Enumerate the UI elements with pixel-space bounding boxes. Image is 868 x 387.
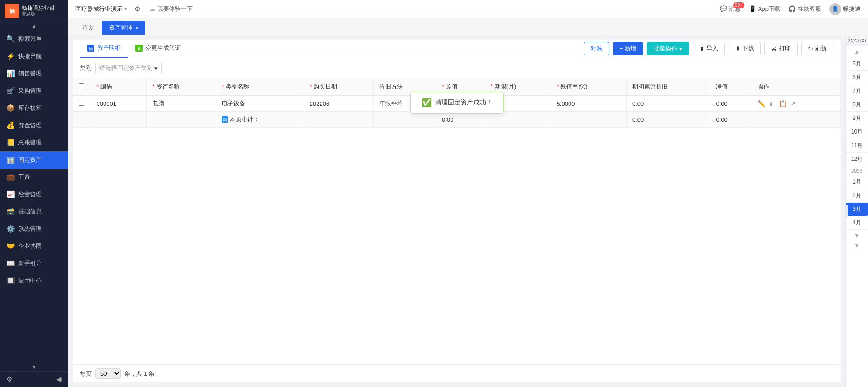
copy-button[interactable]: 📋 bbox=[779, 100, 787, 107]
per-page-select[interactable]: 50 10 20 100 bbox=[95, 368, 121, 379]
sidebar-item-system[interactable]: ⚙️ 系统管理 bbox=[0, 220, 68, 238]
print-button[interactable]: 🖨 打印 bbox=[764, 42, 798, 55]
refresh-button[interactable]: ↻ 刷新 bbox=[801, 42, 833, 55]
refresh-icon: ↻ bbox=[808, 45, 813, 52]
row-category: 电子设备 bbox=[216, 96, 304, 112]
sidebar-item-funds[interactable]: 💰 资金管理 bbox=[0, 117, 68, 134]
page-content: ▤ 资产明细 ≡ 变更生成凭证 对账 + 新增 批量操作 ▾ bbox=[73, 40, 841, 382]
company-selector[interactable]: 医疗器械行业演示 ▾ bbox=[75, 5, 127, 13]
sidebar-item-quick-nav[interactable]: ⚡ 快捷导航 bbox=[0, 48, 68, 65]
ledger-icon: 📒 bbox=[6, 139, 15, 147]
import-button[interactable]: ⬆ 导入 bbox=[693, 42, 725, 55]
user-icon: 👤 bbox=[832, 6, 838, 12]
app-download-button[interactable]: 📱 App下载 bbox=[749, 5, 780, 13]
logo-text: 畅捷通好业财 普及版 bbox=[22, 5, 55, 17]
right-panel: 2023.03 ▲ 5月 6月 7月 8月 9月 10月 11月 12月 202… bbox=[845, 35, 868, 387]
cal-month-8[interactable]: 8月 bbox=[846, 98, 868, 112]
th-residual-rate: 残值率(%) bbox=[551, 78, 626, 96]
sidebar-item-operations[interactable]: 📈 经营管理 bbox=[0, 186, 68, 203]
calendar-scroll-up[interactable]: ▲ bbox=[846, 46, 868, 57]
salary-icon: 💼 bbox=[6, 173, 15, 181]
support-button[interactable]: 🎧 在线客服 bbox=[789, 5, 821, 13]
cal-month-6[interactable]: 6月 bbox=[846, 71, 868, 84]
right-panel-toggle[interactable]: ◀ bbox=[845, 205, 848, 217]
collapse-sidebar-icon[interactable]: ◀ bbox=[56, 375, 62, 383]
calendar-scroll-down[interactable]: ▼ bbox=[846, 230, 868, 241]
cal-month-7[interactable]: 7月 bbox=[846, 84, 868, 98]
success-toast: ✅ 清理固定资产成功！ bbox=[410, 92, 504, 114]
edit-button[interactable]: ✏️ bbox=[758, 100, 765, 107]
guide-icon: 📖 bbox=[6, 259, 15, 268]
topbar-gear-icon[interactable]: ⚙ bbox=[134, 5, 140, 13]
sidebar-item-sales[interactable]: 📊 销售管理 bbox=[0, 65, 68, 82]
new-button[interactable]: + 新增 bbox=[613, 42, 643, 55]
row-checkbox[interactable] bbox=[79, 100, 84, 106]
system-icon: ⚙️ bbox=[6, 225, 15, 233]
row-net-value: 0.00 bbox=[710, 96, 752, 112]
support-icon: 🎧 bbox=[789, 5, 796, 12]
sidebar-scroll-down[interactable]: ▼ bbox=[0, 363, 68, 371]
sidebar-nav: 🔍 搜索菜单 ⚡ 快捷导航 📊 销售管理 🛒 采购管理 📦 库存核算 💰 资金管… bbox=[0, 30, 68, 363]
company-name: 医疗器械行业演示 bbox=[75, 5, 123, 13]
tab-close-icon[interactable]: × bbox=[135, 25, 138, 30]
batch-ops-button[interactable]: 批量操作 ▾ bbox=[647, 42, 689, 55]
sidebar-item-purchase[interactable]: 🛒 采购管理 bbox=[0, 82, 68, 99]
subtotal-initial-depreciation: 0.00 bbox=[626, 112, 710, 128]
funds-icon: 💰 bbox=[6, 121, 15, 129]
cal-month-4[interactable]: 4月 bbox=[846, 216, 868, 230]
sidebar-item-basic-info[interactable]: 🗃️ 基础信息 bbox=[0, 203, 68, 220]
reconcile-button[interactable]: 对账 bbox=[584, 42, 609, 55]
sidebar-item-cooperation[interactable]: 🤝 企业协同 bbox=[0, 238, 68, 255]
sales-icon: 📊 bbox=[6, 69, 15, 78]
experience-button[interactable]: ☁ 我要体验一下 bbox=[149, 5, 193, 13]
sidebar-item-salary[interactable]: 💼 工资 bbox=[0, 169, 68, 186]
message-button[interactable]: 💬 消息 99+ bbox=[720, 5, 741, 13]
company-dropdown-icon: ▾ bbox=[124, 6, 127, 12]
experience-label: 我要体验一下 bbox=[157, 5, 193, 13]
user-menu[interactable]: 👤 畅捷通 bbox=[829, 3, 861, 15]
batch-ops-arrow-icon: ▾ bbox=[679, 45, 682, 52]
sidebar-item-app-center[interactable]: 🔲 应用中心 bbox=[0, 272, 68, 289]
sidebar-item-ledger[interactable]: 📒 总账管理 bbox=[0, 134, 68, 151]
cal-month-11[interactable]: 11月 bbox=[846, 139, 868, 153]
cal-month-9[interactable]: 9月 bbox=[846, 112, 868, 125]
content-area: ▤ 资产明细 ≡ 变更生成凭证 对账 + 新增 批量操作 ▾ bbox=[68, 35, 868, 387]
sidebar-item-guide[interactable]: 📖 新手引导 bbox=[0, 255, 68, 272]
tab-home[interactable]: 首页 bbox=[75, 21, 100, 35]
cal-month-1[interactable]: 1月 bbox=[846, 175, 868, 189]
sidebar-logo: 畅 畅捷通好业财 普及版 bbox=[0, 0, 68, 22]
total-label: 条，共 1 条 bbox=[124, 370, 154, 378]
success-message: 清理固定资产成功！ bbox=[435, 99, 492, 107]
subtotal-icon: ▤ bbox=[222, 116, 228, 123]
select-all-checkbox[interactable] bbox=[79, 83, 84, 89]
sidebar-scroll-up[interactable]: ▲ bbox=[0, 22, 68, 30]
search-icon: 🔍 bbox=[6, 35, 15, 43]
cal-month-5[interactable]: 5月 bbox=[846, 57, 868, 71]
topbar: 医疗器械行业演示 ▾ ⚙ ☁ 我要体验一下 💬 消息 99+ 📱 App下载 🎧… bbox=[68, 0, 868, 18]
calendar-header[interactable]: 2023.03 bbox=[846, 35, 868, 46]
row-action-cell: ✏️ 🗑 📋 ↗ bbox=[752, 96, 840, 112]
cal-month-3[interactable]: 3月 bbox=[846, 203, 868, 216]
sub-tab-change-voucher[interactable]: ≡ 变更生成凭证 bbox=[128, 40, 188, 58]
cal-month-12[interactable]: 12月 bbox=[846, 153, 868, 166]
sidebar-item-fixed-assets[interactable]: 🏢 固定资产 bbox=[0, 151, 68, 169]
sidebar-item-search[interactable]: 🔍 搜索菜单 bbox=[0, 30, 68, 48]
settings-icon[interactable]: ⚙ bbox=[6, 375, 12, 383]
category-filter-label: 类别 bbox=[80, 64, 92, 72]
sub-tab-asset-detail[interactable]: ▤ 资产明细 bbox=[80, 40, 128, 58]
download-icon: ⬇ bbox=[735, 45, 740, 52]
calendar-bottom-icon[interactable]: ▼ bbox=[853, 241, 862, 251]
more-button[interactable]: ↗ bbox=[790, 100, 796, 107]
row-purchase-date: 202206 bbox=[304, 96, 373, 112]
logo-icon: 畅 bbox=[5, 4, 19, 18]
download-button[interactable]: ⬇ 下载 bbox=[729, 42, 761, 55]
delete-button[interactable]: 🗑 bbox=[769, 100, 775, 107]
main-area: 医疗器械行业演示 ▾ ⚙ ☁ 我要体验一下 💬 消息 99+ 📱 App下载 🎧… bbox=[68, 0, 868, 387]
cal-month-2[interactable]: 2月 bbox=[846, 189, 868, 203]
category-filter-select[interactable]: 请选择固定资产类别 ▾ bbox=[95, 62, 162, 74]
app-download-label: App下载 bbox=[758, 5, 780, 13]
inventory-icon: 📦 bbox=[6, 104, 15, 112]
tab-asset-management[interactable]: 资产管理 × bbox=[102, 21, 145, 35]
sidebar-item-inventory[interactable]: 📦 库存核算 bbox=[0, 99, 68, 117]
cal-month-10[interactable]: 10月 bbox=[846, 125, 868, 139]
